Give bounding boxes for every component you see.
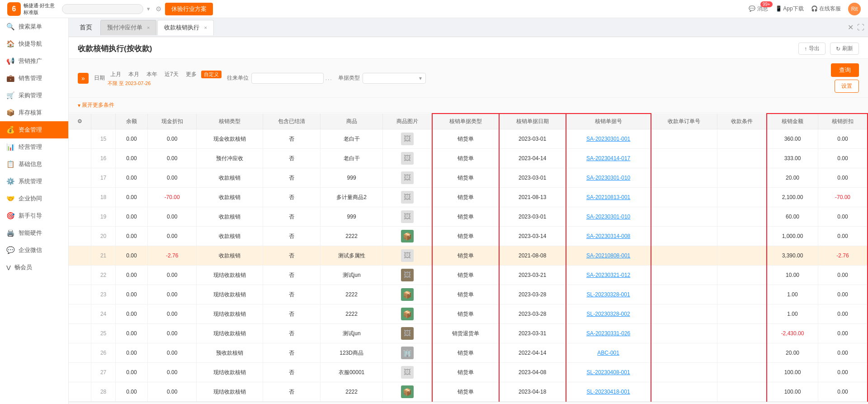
cell-row_num: 23 xyxy=(91,285,116,304)
cell-writeoff_amount: -2,430.00 xyxy=(767,324,818,343)
cell-receipt_bill_no[interactable]: ABC-001 xyxy=(566,343,651,363)
date-opt-7days[interactable]: 近7天 xyxy=(162,70,181,79)
cell-receipt_order_no xyxy=(651,149,717,168)
cell-balance: 0.00 xyxy=(116,207,148,227)
top-search-input[interactable] xyxy=(62,4,143,14)
close-window-icon[interactable]: ✕ xyxy=(848,23,854,32)
cell-receipt_bill_no[interactable]: SL-20230408-001 xyxy=(566,363,651,382)
page-header: 收款核销执行(按收款) ↑ 导出 ↻ 刷新 xyxy=(69,37,868,59)
tab-close-prepay[interactable]: × xyxy=(147,25,150,30)
date-custom-tag[interactable]: 自定义 xyxy=(201,71,222,78)
date-opt-last-month[interactable]: 上月 xyxy=(108,70,124,79)
cell-goods: 测试jun xyxy=(321,324,383,343)
solution-button[interactable]: 休验行业方案 xyxy=(165,3,213,15)
sidebar-item-purchase[interactable]: 🛒采购管理 xyxy=(0,87,68,104)
sidebar-item-search[interactable]: 🔍搜索菜单 xyxy=(0,18,68,35)
sidebar-item-finance[interactable]: 💰资金管理 xyxy=(0,121,68,138)
settings-button[interactable]: 设置 xyxy=(835,80,859,93)
user-avatar[interactable]: Rit xyxy=(848,3,861,15)
cell-writeoff_type: 现结收款核销 xyxy=(197,266,263,285)
cell-receipt_bill_no[interactable]: SA-20230414-017 xyxy=(566,149,651,168)
sidebar-item-marketing[interactable]: 📢营销推广 xyxy=(0,52,68,70)
product-image: 🖼 xyxy=(401,327,414,340)
table-header: ⚙余额现金折扣核销类型包含已结清商品商品图片核销单据类型核销单据日期核销单据号收… xyxy=(69,114,868,129)
sidebar-item-wechat[interactable]: 💬企业微信 xyxy=(0,242,68,259)
nav-home[interactable]: 首页 xyxy=(72,18,99,37)
sidebar-item-operation[interactable]: 📊经营管理 xyxy=(0,138,68,156)
sidebar-icon-marketing: 📢 xyxy=(6,57,15,65)
cell-receipt_bill_no[interactable]: SA-20230314-008 xyxy=(566,227,651,246)
sidebar-item-inventory[interactable]: 📦库存核算 xyxy=(0,104,68,121)
cell-receipt_bill_no[interactable]: SA-20230331-026 xyxy=(566,324,651,343)
cell-receipt_bill_no[interactable]: SA-20230301-010 xyxy=(566,207,651,227)
cell-goods_image: 🖼 xyxy=(383,207,432,227)
notification-area[interactable]: 💬 消息 99+ xyxy=(749,5,768,13)
cell-include_settled: 否 xyxy=(263,363,320,382)
cell-receipt_condition xyxy=(717,149,767,168)
sidebar-item-member[interactable]: V畅会员 xyxy=(0,259,68,276)
cell-receipt_condition xyxy=(717,129,767,149)
export-button[interactable]: ↑ 导出 xyxy=(798,43,826,55)
sidebar-item-system[interactable]: ⚙️系统管理 xyxy=(0,173,68,190)
trade-partner-dots[interactable]: ... xyxy=(326,75,333,81)
app-download-area[interactable]: 📱 App下载 xyxy=(775,5,804,13)
query-button[interactable]: 查询 xyxy=(831,63,859,77)
sidebar-item-basic[interactable]: 📋基础信息 xyxy=(0,156,68,173)
sidebar-icon-wechat: 💬 xyxy=(6,246,15,254)
table-settings-icon[interactable]: ⚙ xyxy=(77,118,82,124)
sidebar-icon-member: V xyxy=(6,264,11,271)
maximize-icon[interactable]: ⛶ xyxy=(857,24,864,32)
cell-goods: 老白干 xyxy=(321,149,383,168)
sidebar-item-hardware[interactable]: 🖨️智能硬件 xyxy=(0,224,68,242)
date-opt-more[interactable]: 更多 xyxy=(183,70,199,79)
cell-receipt_bill_no[interactable]: SA-20210808-001 xyxy=(566,246,651,266)
sidebar-label-sales: 销售管理 xyxy=(19,74,42,82)
cell-receipt_bill_no[interactable]: SA-20230301-010 xyxy=(566,168,651,188)
col-header-writeoff_amount: 核销金额 xyxy=(767,114,818,129)
table-row: 160.000.00预付冲应收否老白干🖼销货单2023-04-14SA-2023… xyxy=(69,149,868,168)
sidebar-item-sales[interactable]: 💼销售管理 xyxy=(0,70,68,87)
cell-receipt_condition xyxy=(717,168,767,188)
product-image: 📦 xyxy=(401,308,414,320)
tab-close-receipt[interactable]: × xyxy=(204,25,207,30)
tab-bar: 首页 预付冲应付单×收款核销执行× ✕ ⛶ xyxy=(69,18,868,37)
receipt-type-label: 单据类型 xyxy=(338,74,360,82)
cell-receipt_order_no xyxy=(651,207,717,227)
cell-receipt_bill_no[interactable]: SL-20230328-002 xyxy=(566,304,651,324)
table-row: 200.000.00收款核销否2222📦销货单2023-03-14SA-2023… xyxy=(69,227,868,246)
cell-receipt_bill_no[interactable]: SA-20230301-001 xyxy=(566,129,651,149)
sidebar-item-enterprise[interactable]: 🤝企业协同 xyxy=(0,190,68,207)
cell-writeoff_discount: 0.00 xyxy=(818,304,868,324)
date-opt-this-year[interactable]: 本年 xyxy=(144,70,160,79)
settings-icon[interactable]: ⚙ xyxy=(156,5,161,13)
cell-writeoff_type: 收款核销 xyxy=(197,168,263,188)
receipt-type-select[interactable]: ▾ xyxy=(363,73,426,84)
cell-include_settled: 否 xyxy=(263,382,320,402)
trade-partner-input[interactable] xyxy=(251,73,324,84)
refresh-button[interactable]: ↻ 刷新 xyxy=(830,43,859,55)
cell-receipt_condition xyxy=(717,285,767,304)
cell-receipt_bill_no[interactable]: SL-20230328-001 xyxy=(566,285,651,304)
table-row: 260.000.00预收款核销否123D商品🏢销货单2022-04-14ABC-… xyxy=(69,343,868,363)
dropdown-arrow[interactable]: ▾ xyxy=(147,5,150,12)
cell-goods: 老白干 xyxy=(321,129,383,149)
col-header-settings: ⚙ xyxy=(69,114,91,129)
cell-goods: 2222 xyxy=(321,285,383,304)
cell-include_settled: 否 xyxy=(263,129,320,149)
expand-button[interactable]: ▾ 展开更多条件 xyxy=(78,100,859,111)
date-opt-this-month[interactable]: 本月 xyxy=(126,70,142,79)
online-service-area[interactable]: 🎧 在线客服 xyxy=(811,5,841,13)
cell-receipt_bill_no[interactable]: SA-20210813-001 xyxy=(566,188,651,207)
cell-receipt_bill_no[interactable]: SL-20230418-001 xyxy=(566,382,651,402)
filter-arrow-button[interactable]: » xyxy=(78,73,89,84)
cell-row_num: 21 xyxy=(91,246,116,266)
sidebar-label-operation: 经营管理 xyxy=(19,143,42,151)
sidebar-item-shortcut[interactable]: 🏠快捷导航 xyxy=(0,35,68,52)
cell-goods_image: 🖼 xyxy=(383,129,432,149)
cell-settings xyxy=(69,382,91,402)
cell-receipt_bill_no[interactable]: SA-20230321-012 xyxy=(566,266,651,285)
cell-writeoff_type: 收款核销 xyxy=(197,207,263,227)
tab-prepay[interactable]: 预付冲应付单× xyxy=(100,20,156,35)
tab-receipt[interactable]: 收款核销执行× xyxy=(157,20,213,35)
sidebar-item-guide[interactable]: 🎯新手引导 xyxy=(0,207,68,224)
